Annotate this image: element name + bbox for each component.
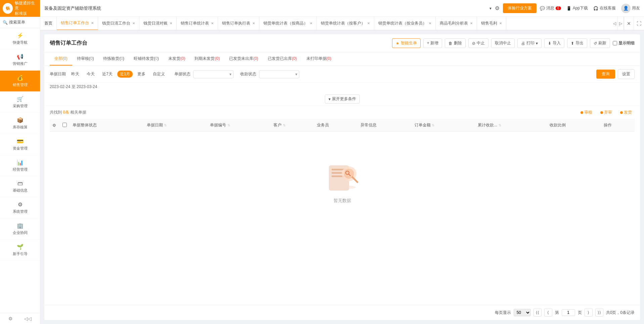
tab-sales-profit[interactable]: 销售毛利 ✕ xyxy=(477,17,506,30)
tab-sales-sum-customer-close[interactable]: ✕ xyxy=(367,22,370,25)
sidebar-search[interactable]: 🔍 搜索菜单 xyxy=(0,17,40,28)
tab-gross-margin[interactable]: 商品毛利分析表 ✕ xyxy=(436,17,477,30)
sidebar-item-marketing[interactable]: 📢 营销推广 xyxy=(0,49,40,71)
customer-sort-icon[interactable]: ⇅ xyxy=(283,123,286,127)
topbar-user[interactable]: 👤 用友 xyxy=(621,4,640,13)
sidebar-item-enterprise[interactable]: 🏢 企业协同 xyxy=(0,218,40,240)
date-opt-7days[interactable]: 近7天 xyxy=(99,71,115,78)
sub-tab-not-shipped[interactable]: 未发货(0) xyxy=(164,52,190,66)
sub-tab-expired-not-shipped[interactable]: 到期未发货(0) xyxy=(190,52,224,66)
date-opt-custom[interactable]: 自定义 xyxy=(150,71,168,78)
batch-ship-btn[interactable]: 发货 xyxy=(617,109,635,116)
show-detail-checkbox[interactable]: 显示明细 xyxy=(613,40,635,46)
tab-sales-sum-customer[interactable]: 销货单统计表（按客户） ✕ xyxy=(317,17,374,30)
tab-prev[interactable]: ◁ xyxy=(612,17,618,30)
tab-sales-profit-close[interactable]: ✕ xyxy=(499,22,502,25)
sidebar-item-quick-nav[interactable]: ⚡ 快捷导航 xyxy=(0,28,40,49)
tab-sales-sum-product-close[interactable]: ✕ xyxy=(310,22,312,25)
batch-reject-btn[interactable]: 弃审 xyxy=(598,109,615,116)
page-first-btn[interactable]: ⟨⟨ xyxy=(533,309,542,317)
tab-cash-reconcile[interactable]: 钱货日清对账 ✕ xyxy=(139,17,177,30)
topbar-online-service[interactable]: 🎧 在线客服 xyxy=(593,5,616,11)
tab-sales-sum-staff[interactable]: 销货单统计表（按业务员） ✕ xyxy=(374,17,436,30)
setting-btn[interactable]: 设置 xyxy=(618,69,635,79)
gear-col-icon[interactable]: ⚙ xyxy=(52,123,56,128)
tab-gross-margin-close[interactable]: ✕ xyxy=(470,22,473,25)
tab-cash-daily-close[interactable]: ✕ xyxy=(132,22,135,25)
topbar-message[interactable]: 💬 消息 6 xyxy=(540,5,561,11)
collected-sort-icon[interactable]: ⇅ xyxy=(499,123,501,127)
collapse-sidebar-icon[interactable]: ◁◁ xyxy=(24,316,32,321)
cancel-pause-btn[interactable]: 取消中止 xyxy=(491,38,515,48)
page-prev-btn[interactable]: ⟨ xyxy=(544,309,552,317)
page-next-btn[interactable]: ⟩ xyxy=(585,309,593,317)
select-all-checkbox[interactable] xyxy=(62,123,67,127)
finance-icon: 💳 xyxy=(17,138,24,145)
tab-sales-exec-close[interactable]: ✕ xyxy=(252,22,255,25)
sub-tab-shipped-out[interactable]: 已发货已出库(0) xyxy=(263,52,302,66)
delete-btn[interactable]: 🗑 删除 xyxy=(445,38,466,48)
tab-next[interactable]: ▷ xyxy=(618,17,624,30)
date-opt-1month[interactable]: 近1月 xyxy=(117,71,133,78)
tab-close-current[interactable]: ✕ xyxy=(624,17,634,30)
tab-maximize[interactable]: ⛶ xyxy=(634,17,644,30)
status-select[interactable] xyxy=(193,70,233,78)
refresh-btn[interactable]: ↺ 刷新 xyxy=(590,38,610,48)
date-sort-icon[interactable]: ⇅ xyxy=(164,123,167,127)
trial-btn[interactable]: 体验行业方案 xyxy=(503,3,536,13)
batch-approve-btn[interactable]: 审核 xyxy=(578,109,595,116)
tab-sales-exec[interactable]: 销售订单执行表 ✕ xyxy=(218,17,259,30)
add-btn[interactable]: + 新增 xyxy=(423,38,442,48)
tab-sales-order[interactable]: 销售订单工作台 ✕ xyxy=(57,17,98,30)
sub-tab-not-printed[interactable]: 未打印单据(0) xyxy=(302,52,336,66)
page-input[interactable] xyxy=(562,309,575,316)
print-btn[interactable]: 🖨 打印 ▾ xyxy=(517,38,542,48)
tab-cash-reconcile-close[interactable]: ✕ xyxy=(170,22,172,25)
sub-tab-wangpu[interactable]: 旺铺待发货(0) xyxy=(129,52,164,66)
smart-create-btn[interactable]: ★ 智能生单 xyxy=(392,38,421,48)
tab-sales-stat-close[interactable]: ✕ xyxy=(211,22,214,25)
sidebar-item-base-info[interactable]: 🗃 基础信息 xyxy=(0,176,40,197)
guide-icon: 🌱 xyxy=(17,244,24,250)
sidebar-item-operations[interactable]: 📊 经营管理 xyxy=(0,155,40,176)
tab-sales-sum-product[interactable]: 销货单统计表（按商品） ✕ xyxy=(259,17,317,30)
date-opt-yesterday[interactable]: 昨天 xyxy=(69,71,82,78)
tab-sales-stat[interactable]: 销售订单统计表 ✕ xyxy=(177,17,218,30)
settings-bottom-icon[interactable]: ⚙ xyxy=(8,316,13,321)
print-dropdown-icon[interactable]: ▾ xyxy=(536,41,538,46)
sub-tab-all[interactable]: 全部(0) xyxy=(50,52,72,66)
amount-sort-icon[interactable]: ⇅ xyxy=(432,123,434,127)
payment-select-wrapper xyxy=(259,70,299,78)
export-btn[interactable]: ⬆ 导出 xyxy=(567,38,587,48)
date-opt-more[interactable]: 更多 xyxy=(135,71,148,78)
sidebar-item-system[interactable]: ⚙ 系统管理 xyxy=(0,197,40,218)
page-last-btn[interactable]: ⟩⟩ xyxy=(595,309,603,317)
sidebar-item-sales[interactable]: 💰 销售管理 xyxy=(0,71,40,92)
topbar-dropdown[interactable]: ▾ xyxy=(489,6,491,11)
tab-home[interactable]: 首页 xyxy=(40,17,57,30)
pause-btn[interactable]: ⊘ 中止 xyxy=(468,38,488,48)
tab-cash-daily[interactable]: 钱货日清工作台 ✕ xyxy=(98,17,139,30)
payment-select[interactable] xyxy=(259,70,299,78)
tab-sales-sum-staff-close[interactable]: ✕ xyxy=(429,22,431,25)
import-btn[interactable]: ⬇ 导入 xyxy=(544,38,564,48)
number-sort-icon[interactable]: ⇅ xyxy=(227,123,230,127)
sidebar-item-finance[interactable]: 💳 资金管理 xyxy=(0,134,40,155)
date-opt-today[interactable]: 今天 xyxy=(84,71,97,78)
phone-icon: 📱 xyxy=(566,6,571,11)
tab-sales-order-close[interactable]: ✕ xyxy=(91,21,94,25)
message-icon: 💬 xyxy=(540,6,545,11)
sidebar-item-inventory[interactable]: 📦 库存核算 xyxy=(0,113,40,134)
sub-tab-pending-audit[interactable]: 待审核(0) xyxy=(72,52,99,66)
topbar-gear-icon[interactable]: ⚙ xyxy=(495,5,500,11)
base-info-icon: 🗃 xyxy=(17,180,23,187)
expand-conditions-btn[interactable]: ▾ 展开更多条件 xyxy=(325,94,360,104)
query-btn[interactable]: 查询 xyxy=(596,70,615,79)
page-size-select[interactable]: 50 10 20 100 xyxy=(514,309,531,316)
sidebar-item-purchase[interactable]: 🛒 采购管理 xyxy=(0,92,40,113)
sub-tab-shipped-not-out[interactable]: 已发货未出库(0) xyxy=(224,52,263,66)
topbar-app-download[interactable]: 📱 App下载 xyxy=(566,5,588,11)
sidebar-item-guide[interactable]: 🌱 新手引导 xyxy=(0,240,40,261)
sub-tab-pending-inspect[interactable]: 待拣验货(0) xyxy=(98,52,129,66)
show-detail-input[interactable] xyxy=(613,41,617,45)
